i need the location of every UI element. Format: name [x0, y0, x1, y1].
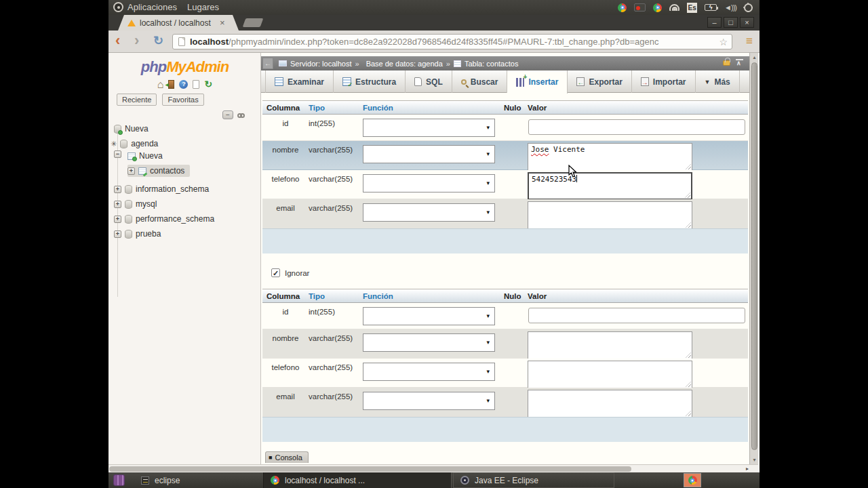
resize-handle[interactable] [686, 411, 691, 416]
tree-item-Nueva[interactable]: Nueva [127, 150, 163, 162]
screen-recorder-icon[interactable] [634, 3, 646, 12]
tab-examinar[interactable]: Examinar [265, 70, 334, 93]
tab-exportar[interactable]: Exportar [568, 70, 631, 93]
tab-importar[interactable]: Importar [632, 70, 696, 93]
header-función[interactable]: Función [363, 104, 393, 112]
resize-handle[interactable] [686, 222, 691, 228]
function-select-nombre[interactable]: ▾ [363, 145, 495, 163]
distributor-logo-icon[interactable] [113, 2, 123, 12]
value-textarea-telefono[interactable] [528, 361, 692, 388]
function-select-id[interactable]: ▾ [363, 307, 495, 325]
value-input-id[interactable] [528, 119, 745, 135]
scroll-up-arrow[interactable]: ▴ [750, 54, 759, 60]
tree-item-mysql[interactable]: +mysql [114, 198, 157, 210]
function-select-telefono[interactable]: ▾ [363, 174, 495, 192]
function-select-id[interactable]: ▾ [363, 119, 495, 137]
breadcrumb-item[interactable]: Servidor: localhost [290, 60, 352, 68]
tab-close-icon[interactable]: × [220, 18, 225, 28]
bookmark-star-icon[interactable]: ☆ [719, 37, 728, 47]
tree-item-information_schema[interactable]: +information_schema [114, 183, 209, 195]
function-select-nombre[interactable]: ▾ [363, 333, 495, 352]
function-select-email[interactable]: ▾ [363, 392, 495, 410]
phpmyadmin-logo[interactable]: phpMyAdmin [108, 58, 261, 76]
expand-icon[interactable]: + [114, 230, 121, 238]
tree-item-agenda[interactable]: ✳agenda [111, 138, 158, 150]
taskbar-item-0[interactable]: eclipse [134, 472, 186, 488]
docs-icon[interactable] [193, 80, 199, 89]
close-button[interactable]: × [740, 17, 754, 28]
taskbar-item-2[interactable]: Java EE - Eclipse [453, 472, 614, 488]
new-tab-button[interactable] [243, 18, 264, 27]
quick-button-reciente[interactable]: Reciente [117, 94, 157, 106]
resize-handle[interactable] [686, 164, 691, 169]
panel-menu-aplicaciones[interactable]: Aplicaciones [127, 2, 177, 12]
reload-button[interactable]: ↻ [153, 33, 163, 48]
tab-sql[interactable]: SQL [406, 70, 452, 93]
collapse-top-icon[interactable] [736, 59, 744, 67]
logout-icon[interactable] [168, 80, 174, 89]
chrome-tray-icon[interactable] [618, 3, 627, 12]
refresh-icon[interactable]: ↻ [204, 80, 212, 89]
chrome-launcher[interactable] [684, 473, 701, 487]
session-gear-icon[interactable] [744, 3, 753, 12]
home-icon[interactable]: ⌂ [157, 80, 164, 89]
browser-menu-icon[interactable]: ≡ [746, 35, 753, 48]
expand-icon[interactable]: + [114, 186, 121, 193]
scroll-right-arrow[interactable]: ▸ [746, 466, 749, 472]
value-textarea-email[interactable] [528, 201, 692, 229]
function-select-telefono[interactable]: ▾ [363, 363, 495, 381]
tree-item-performance_schema[interactable]: +performance_schema [114, 213, 214, 225]
keyboard-layout-indicator[interactable]: Es [687, 3, 697, 13]
console-toggle[interactable]: ■ Consola [265, 451, 309, 463]
back-button[interactable]: ‹ [115, 32, 120, 49]
browser-tab[interactable]: localhost / localhost × [118, 15, 239, 30]
expand-icon[interactable]: + [127, 167, 135, 175]
vertical-scroll-thumb[interactable] [751, 62, 757, 450]
header-tipo[interactable]: Tipo [309, 104, 325, 112]
value-textarea-nombre[interactable]: Jose Vicente [528, 143, 692, 171]
value-textarea-telefono[interactable]: 5424523543 [528, 172, 692, 200]
maximize-button[interactable]: □ [724, 17, 738, 28]
panel-menu-lugares[interactable]: Lugares [187, 2, 219, 12]
breadcrumb-item[interactable]: Tabla: contactos [465, 60, 519, 68]
header-función[interactable]: Función [363, 292, 393, 300]
minimize-button[interactable]: – [707, 17, 722, 28]
chrome-tray-icon-2[interactable] [653, 3, 662, 12]
forward-button[interactable]: › [134, 32, 139, 49]
help-icon[interactable]: ? [179, 80, 188, 89]
value-input-id[interactable] [528, 308, 745, 323]
horizontal-scrollbar[interactable]: ▸ [108, 464, 758, 472]
vertical-scrollbar[interactable]: ▴ ▾ [749, 53, 758, 464]
panel-collapse-left-button[interactable]: ← [262, 58, 273, 69]
workspace-switcher-icon[interactable] [113, 474, 125, 486]
scroll-down-arrow[interactable]: ▾ [750, 457, 759, 463]
header-tipo[interactable]: Tipo [309, 292, 325, 300]
expand-icon[interactable]: + [114, 201, 121, 208]
resize-handle[interactable] [686, 382, 691, 387]
volume-icon[interactable]: ◄))) [724, 3, 736, 12]
resize-handle[interactable] [686, 352, 691, 358]
ignore-checkbox[interactable]: ✓ [271, 268, 280, 277]
tab-insertar[interactable]: Insertar [507, 70, 568, 94]
collapse-all-button[interactable]: − [222, 110, 233, 119]
tab-estructura[interactable]: Estructura [334, 70, 406, 93]
function-select-email[interactable]: ▾ [363, 203, 495, 222]
tab-más[interactable]: ▼Más [696, 70, 740, 93]
battery-icon[interactable]: ϟ [705, 4, 717, 11]
resize-handle[interactable] [685, 192, 690, 198]
taskbar-item-1[interactable]: localhost / localhost ... [263, 472, 452, 488]
tab-buscar[interactable]: Buscar [452, 70, 508, 93]
value-textarea-nombre[interactable] [528, 331, 692, 359]
url-bar[interactable]: localhost/phpmyadmin/index.php?token=dc8… [172, 34, 732, 49]
tree-item-Nueva[interactable]: Nueva [114, 123, 149, 135]
expand-icon[interactable]: + [114, 216, 121, 223]
horizontal-scroll-thumb[interactable] [109, 466, 631, 472]
tree-item-prueba[interactable]: +prueba [114, 228, 161, 240]
breadcrumb-item[interactable]: Base de datos: agenda [366, 60, 443, 68]
wifi-icon[interactable] [669, 4, 679, 11]
link-icon[interactable] [237, 108, 245, 121]
tree-item-contactos[interactable]: +contactos [127, 165, 190, 177]
quick-button-favoritas[interactable]: Favoritas [162, 94, 203, 106]
url-text[interactable]: localhost/phpmyadmin/index.php?token=dc8… [190, 37, 716, 47]
value-textarea-email[interactable] [528, 390, 692, 418]
